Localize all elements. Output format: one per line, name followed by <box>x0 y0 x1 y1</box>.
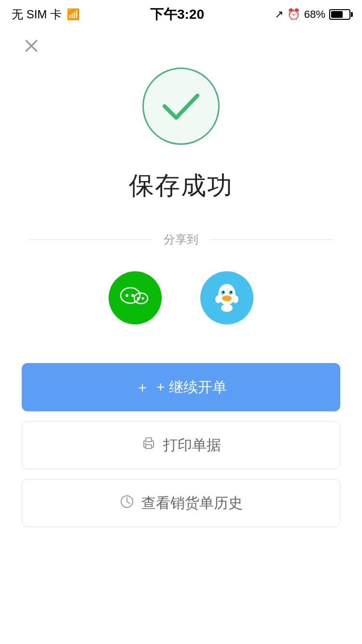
battery-percent: 68% <box>304 8 325 21</box>
svg-point-8 <box>218 284 236 305</box>
svg-point-16 <box>221 304 233 312</box>
svg-point-3 <box>134 293 148 304</box>
checkmark-icon <box>162 92 200 121</box>
print-button[interactable]: 打印单据 <box>22 421 340 469</box>
divider-left <box>29 239 152 240</box>
divider-right <box>210 239 333 240</box>
print-label: 打印单据 <box>163 435 221 455</box>
svg-point-5 <box>131 294 134 297</box>
svg-point-13 <box>223 291 224 293</box>
close-icon <box>24 38 39 54</box>
continue-plus-icon: ＋ <box>135 378 150 397</box>
alarm-icon: ⏰ <box>287 8 300 21</box>
svg-point-6 <box>137 297 139 300</box>
history-icon <box>119 494 135 513</box>
no-sim-text: 无 SIM 卡 <box>12 7 62 22</box>
continue-order-button[interactable]: ＋ + 继续开单 <box>22 363 340 411</box>
close-button[interactable] <box>19 34 43 58</box>
status-right: ↗ ⏰ 68% <box>275 8 350 21</box>
continue-order-label: + 继续开单 <box>156 378 227 397</box>
svg-point-4 <box>125 294 128 297</box>
history-label: 查看销货单历史 <box>141 493 243 513</box>
success-circle <box>142 68 220 145</box>
svg-point-9 <box>215 295 221 303</box>
status-bar: 无 SIM 卡 📶 下午3:20 ↗ ⏰ 68% <box>0 0 362 29</box>
battery-fill <box>331 11 343 18</box>
share-label: 分享到 <box>152 232 210 247</box>
share-divider: 分享到 <box>0 232 362 247</box>
qq-icon <box>212 281 241 315</box>
svg-point-20 <box>145 443 146 444</box>
battery-icon <box>329 9 350 20</box>
share-icons <box>109 271 253 324</box>
svg-point-14 <box>230 291 232 293</box>
wechat-share-button[interactable] <box>109 271 162 324</box>
svg-point-2 <box>121 288 140 303</box>
qq-share-button[interactable] <box>200 271 253 324</box>
success-title: 保存成功 <box>129 169 233 203</box>
view-history-button[interactable]: 查看销货单历史 <box>22 479 340 527</box>
print-icon <box>141 436 156 455</box>
svg-point-10 <box>233 295 238 303</box>
svg-rect-19 <box>146 445 152 448</box>
wechat-icon <box>120 285 151 311</box>
svg-point-7 <box>142 297 144 300</box>
main-content: 保存成功 分享到 <box>0 29 362 527</box>
status-time: 下午3:20 <box>150 5 204 24</box>
location-icon: ↗ <box>275 8 283 21</box>
svg-rect-18 <box>146 438 152 442</box>
wifi-icon: 📶 <box>67 8 80 21</box>
svg-point-15 <box>222 295 232 301</box>
status-left: 无 SIM 卡 📶 <box>12 7 80 22</box>
action-buttons: ＋ + 继续开单 打印单据 查看销货单历 <box>22 363 340 527</box>
